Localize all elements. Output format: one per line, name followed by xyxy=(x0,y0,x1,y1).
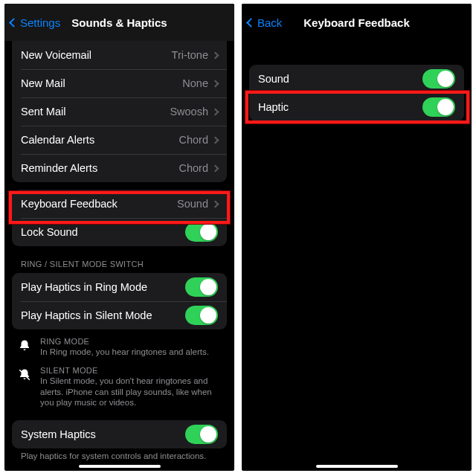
row-label: New Mail xyxy=(21,77,182,89)
row-haptic[interactable]: Haptic xyxy=(249,93,464,121)
ring-mode-info: RING MODE In Ring mode, you hear rington… xyxy=(4,329,234,358)
mode-label: RING MODE xyxy=(40,337,224,346)
chevron-right-icon xyxy=(212,200,219,208)
row-system-haptics[interactable]: System Haptics xyxy=(12,420,227,448)
row-reminder-alerts[interactable]: Reminder Alerts Chord xyxy=(12,154,227,182)
mode-label: SILENT MODE xyxy=(40,366,224,375)
row-label: Keyboard Feedback xyxy=(21,198,177,210)
toggle-system-haptics[interactable] xyxy=(185,425,218,444)
navbar: Back Keyboard Feedback xyxy=(242,4,472,41)
section-header-ring: RING / SILENT MODE SWITCH xyxy=(4,246,234,271)
back-button[interactable]: Back xyxy=(248,16,282,29)
chevron-right-icon xyxy=(212,136,219,144)
row-new-voicemail[interactable]: New Voicemail Tri-tone xyxy=(12,41,227,69)
row-label: System Haptics xyxy=(21,428,185,440)
bell-icon xyxy=(18,339,31,353)
row-label: Play Haptics in Silent Mode xyxy=(21,309,185,321)
chevron-right-icon xyxy=(212,80,219,87)
sounds-group: New Voicemail Tri-tone New Mail None Sen… xyxy=(12,41,227,182)
mode-desc: In Ring mode, you hear ringtones and ale… xyxy=(40,347,224,357)
row-haptics-silent[interactable]: Play Haptics in Silent Mode xyxy=(12,301,227,329)
row-haptics-ring[interactable]: Play Haptics in Ring Mode xyxy=(12,273,227,301)
row-label: Lock Sound xyxy=(21,226,185,238)
home-indicator[interactable] xyxy=(79,465,161,468)
silent-mode-info: SILENT MODE In Silent mode, you don't he… xyxy=(4,358,234,409)
row-lock-sound[interactable]: Lock Sound xyxy=(12,218,227,246)
row-sound[interactable]: Sound xyxy=(249,65,464,93)
row-value: Swoosh xyxy=(170,106,208,118)
chevron-right-icon xyxy=(212,51,219,59)
row-label: Reminder Alerts xyxy=(21,162,179,174)
settings-content: Sound Haptic xyxy=(242,65,472,121)
row-new-mail[interactable]: New Mail None xyxy=(12,69,227,97)
feedback-group: Sound Haptic xyxy=(249,65,464,121)
chevron-right-icon xyxy=(212,108,219,115)
bell-mute-icon xyxy=(18,368,31,382)
chevron-right-icon xyxy=(212,164,219,172)
row-keyboard-feedback[interactable]: Keyboard Feedback Sound xyxy=(12,190,227,218)
row-label: Calendar Alerts xyxy=(21,134,179,146)
toggle-haptics-silent[interactable] xyxy=(185,306,218,325)
row-value: Tri-tone xyxy=(172,49,208,61)
toggle-haptic[interactable] xyxy=(422,97,455,117)
toggle-lock-sound[interactable] xyxy=(185,222,218,242)
home-indicator[interactable] xyxy=(316,465,398,468)
screenshot-keyboard-feedback: Back Keyboard Feedback Sound Haptic xyxy=(242,4,472,471)
row-label: Haptic xyxy=(258,101,422,113)
row-value: Sound xyxy=(177,198,208,210)
row-value: Chord xyxy=(179,162,209,174)
row-label: Play Haptics in Ring Mode xyxy=(21,281,185,293)
navbar: Settings Sounds & Haptics xyxy=(4,4,234,41)
toggle-haptics-ring[interactable] xyxy=(185,277,218,297)
row-value: Chord xyxy=(179,134,209,146)
footer-caption: Play haptics for system controls and int… xyxy=(4,448,234,460)
toggle-sound[interactable] xyxy=(422,69,455,89)
row-label: New Voicemail xyxy=(21,49,172,61)
system-group: System Haptics xyxy=(12,420,227,448)
row-sent-mail[interactable]: Sent Mail Swoosh xyxy=(12,97,227,126)
back-button[interactable]: Settings xyxy=(10,16,60,29)
back-label: Settings xyxy=(20,16,60,29)
row-label: Sound xyxy=(258,73,422,85)
chevron-left-icon xyxy=(246,18,256,28)
row-label: Sent Mail xyxy=(21,106,170,118)
mode-desc: In Silent mode, you don't hear ringtones… xyxy=(40,376,224,408)
back-label: Back xyxy=(257,16,282,29)
settings-content: New Voicemail Tri-tone New Mail None Sen… xyxy=(4,41,234,460)
keyboard-group: Keyboard Feedback Sound Lock Sound xyxy=(12,190,227,246)
ring-group: Play Haptics in Ring Mode Play Haptics i… xyxy=(12,273,227,329)
row-calendar-alerts[interactable]: Calendar Alerts Chord xyxy=(12,126,227,154)
row-value: None xyxy=(182,77,208,89)
chevron-left-icon xyxy=(9,18,19,28)
screenshot-sounds-haptics: Settings Sounds & Haptics New Voicemail … xyxy=(4,4,234,471)
